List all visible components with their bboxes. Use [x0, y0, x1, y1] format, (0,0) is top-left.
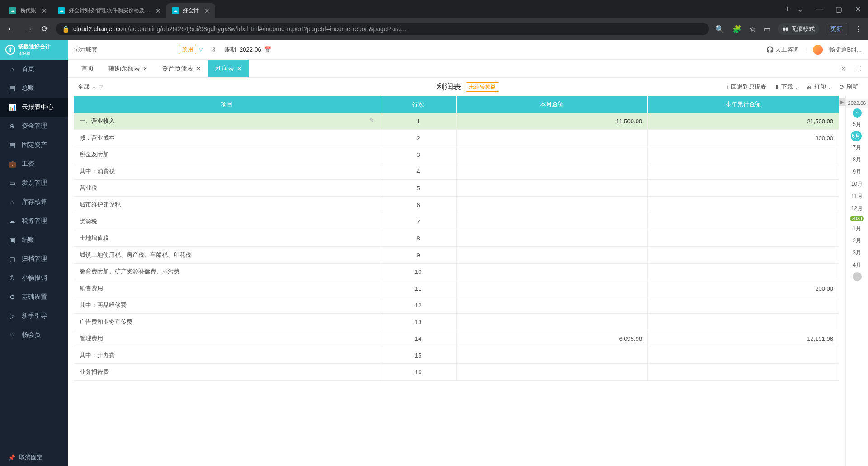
- table-row[interactable]: 土地增值税 8: [74, 230, 839, 247]
- page-tab[interactable]: 利润表✕: [208, 60, 249, 77]
- table-row[interactable]: 业务招待费 16: [74, 364, 839, 381]
- forward-button[interactable]: →: [23, 23, 34, 36]
- timeline-month[interactable]: 9月: [851, 166, 863, 178]
- update-button[interactable]: 更新: [826, 23, 847, 35]
- account-name[interactable]: 演示账套: [74, 46, 98, 54]
- sidebar-item[interactable]: ©小畅报销: [0, 268, 68, 287]
- tab-close-icon[interactable]: ✕: [196, 66, 201, 72]
- table-row[interactable]: 销售费用 11 200.00: [74, 280, 839, 297]
- bookmark-icon[interactable]: ☆: [749, 24, 757, 34]
- timeline-sidebar: 2022.06 ⌃ 5月6月7月8月9月10月11月12月 2023 1月2月3…: [845, 96, 868, 466]
- sidebar-item[interactable]: ▤总账: [0, 79, 68, 98]
- back-button[interactable]: ←: [5, 23, 17, 36]
- sidebar-item[interactable]: ▦固定资产: [0, 136, 68, 155]
- calendar-icon[interactable]: 📅: [264, 46, 271, 53]
- reload-button[interactable]: ⟳: [40, 22, 50, 36]
- sidebar-item[interactable]: ⚙基础设置: [0, 287, 68, 306]
- sidebar-item[interactable]: ⌂首页: [0, 60, 68, 79]
- browser-tab[interactable]: ☁好会计✕: [166, 3, 215, 18]
- timeline-month[interactable]: 6月: [851, 131, 862, 141]
- page-tab[interactable]: 辅助余额表✕: [101, 60, 155, 77]
- cell-month: [457, 297, 648, 314]
- extensions-icon[interactable]: 🧩: [731, 24, 742, 34]
- table-row[interactable]: 减：营业成本 2 800.00: [74, 130, 839, 146]
- maximize-button[interactable]: ▢: [832, 3, 846, 15]
- support-link[interactable]: 🎧 人工咨询: [766, 46, 799, 54]
- timeline-month[interactable]: 1月: [851, 222, 863, 235]
- address-bar[interactable]: 🔒 cloud2.chanjet.com/accounting/uh26t264…: [56, 23, 709, 35]
- timeline-month[interactable]: 10月: [851, 178, 863, 190]
- sidebar-item[interactable]: ☁税务管理: [0, 212, 68, 231]
- sidebar-item[interactable]: 📊云报表中心: [0, 98, 68, 117]
- table-row[interactable]: 一、营业收入✎ 1 11,500.00 21,500.00: [74, 113, 839, 130]
- page-tab[interactable]: 资产负债表✕: [155, 60, 208, 77]
- table-row[interactable]: 城市维护建设税 6: [74, 197, 839, 213]
- timeline-down[interactable]: ⌄: [853, 272, 862, 281]
- table-row[interactable]: 其中：消费税 4: [74, 163, 839, 180]
- timeline-month[interactable]: 3月: [851, 247, 863, 259]
- search-icon[interactable]: 🔍: [714, 24, 725, 34]
- timeline-month[interactable]: 11月: [851, 190, 863, 202]
- sidebar-item[interactable]: 💼工资: [0, 155, 68, 174]
- sidebar-item[interactable]: ⌂库存核算: [0, 193, 68, 212]
- new-tab-button[interactable]: +: [781, 1, 793, 18]
- table-row[interactable]: 教育费附加、矿产资源补偿费、排污费 10: [74, 264, 839, 280]
- sidebar-item[interactable]: ⊕资金管理: [0, 117, 68, 136]
- period-value[interactable]: 2022-06: [240, 46, 261, 53]
- cell-month: [457, 130, 648, 146]
- timeline-month[interactable]: 5月: [851, 118, 863, 131]
- tab-close-icon[interactable]: ✕: [204, 7, 210, 14]
- unpin-button[interactable]: 📌 取消固定: [0, 449, 68, 466]
- table-row[interactable]: 资源税 7: [74, 213, 839, 230]
- print-button[interactable]: 🖨打印⌄: [807, 83, 831, 91]
- sidebar-item-label: 总账: [22, 84, 34, 92]
- refresh-button[interactable]: ⟳刷新: [840, 83, 858, 91]
- reset-report-button[interactable]: ↓回退到原报表: [726, 83, 767, 91]
- fullscreen-icon[interactable]: ⛶: [853, 63, 863, 74]
- tab-close-icon[interactable]: ✕: [156, 7, 161, 14]
- expand-handle[interactable]: ▶: [838, 98, 845, 106]
- tab-label: 易代账: [20, 7, 36, 14]
- dropdown-icon[interactable]: ⌄: [793, 3, 807, 15]
- close-all-tabs[interactable]: ✕: [839, 63, 848, 74]
- timeline-month[interactable]: 2月: [851, 235, 863, 247]
- timeline-up[interactable]: ⌃: [853, 108, 862, 118]
- tab-close-icon[interactable]: ✕: [143, 66, 147, 72]
- filter-dropdown[interactable]: 全部 ⌄: [78, 83, 96, 91]
- tab-close-icon[interactable]: ✕: [42, 7, 47, 14]
- table-row[interactable]: 税金及附加 3: [74, 146, 839, 163]
- col-line-header: 行次: [380, 96, 457, 113]
- table-row[interactable]: 其中：商品维修费 12: [74, 297, 839, 314]
- minimize-button[interactable]: —: [812, 3, 826, 15]
- browser-tab[interactable]: ☁好会计财务管理软件购买价格及…✕: [52, 3, 166, 18]
- table-row[interactable]: 营业税 5: [74, 180, 839, 197]
- menu-icon[interactable]: ⋮: [854, 24, 863, 34]
- table-row[interactable]: 城镇土地使用税、房产税、车船税、印花税 9: [74, 247, 839, 264]
- close-window-button[interactable]: ✕: [851, 3, 864, 15]
- table-row[interactable]: 管理费用 14 6,095.98 12,191.96: [74, 330, 839, 347]
- logo[interactable]: ⬆ 畅捷通好会计 体验版: [0, 40, 68, 60]
- browser-tab[interactable]: ☁易代账✕: [4, 3, 52, 18]
- avatar[interactable]: [813, 45, 823, 55]
- help-icon[interactable]: ?: [99, 84, 103, 90]
- sidebar-item[interactable]: ♡畅会员: [0, 325, 68, 344]
- sidebar-item[interactable]: ▣结账: [0, 231, 68, 249]
- timeline-month[interactable]: 7月: [851, 141, 863, 154]
- tab-close-icon[interactable]: ✕: [237, 66, 241, 72]
- timeline-month[interactable]: 4月: [851, 259, 863, 271]
- table-row[interactable]: 其中：开办费 15: [74, 347, 839, 364]
- reading-list-icon[interactable]: ▭: [763, 24, 772, 34]
- timeline-month[interactable]: 12月: [851, 202, 863, 215]
- account-dropdown[interactable]: ▽: [199, 47, 203, 52]
- username[interactable]: 畅捷通B组...: [829, 46, 862, 54]
- download-button[interactable]: ⬇下载⌄: [774, 83, 798, 91]
- timeline-month[interactable]: 8月: [851, 154, 863, 166]
- sidebar-item[interactable]: ▭发票管理: [0, 174, 68, 193]
- page-tab[interactable]: 首页: [74, 60, 101, 77]
- sidebar-item[interactable]: ▢归档管理: [0, 249, 68, 268]
- sidebar-item[interactable]: ▷新手引导: [0, 306, 68, 325]
- sidebar-item-label: 首页: [22, 65, 34, 73]
- edit-icon[interactable]: ✎: [369, 117, 374, 124]
- settings-icon[interactable]: ⚙: [211, 46, 216, 53]
- table-row[interactable]: 广告费和业务宣传费 13: [74, 314, 839, 330]
